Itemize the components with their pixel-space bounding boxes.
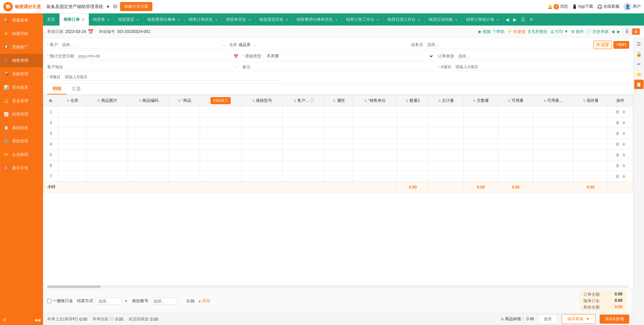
tab-sales-workbench[interactable]: 销售订单工作台 ✕ [342,13,383,26]
address-more-icon[interactable]: ··· [235,65,238,70]
row-main-unit-2[interactable] [429,117,463,128]
row-stock-4[interactable] [573,139,608,150]
sidebar-item-sales[interactable]: 🛒 销售管理 [0,54,43,67]
scrollbar-track[interactable] [47,285,629,288]
col-product-image[interactable]: ⇅ 商品图片 [87,95,128,107]
row-product-4[interactable] [169,139,200,150]
tab-sales-invoice[interactable]: 销货单 ✕ [89,13,114,26]
nav-prev-btn[interactable]: ◀ [611,29,614,34]
tab-summary[interactable]: 汇总 [67,84,86,94]
row-attribute-7[interactable] [325,171,353,182]
product-count-icon[interactable]: ⊙ [501,317,504,321]
sidebar-item-inventory[interactable]: 📊 库存核算 [0,81,43,94]
row-available2-4[interactable] [533,139,573,150]
row-available2-6[interactable] [533,160,573,171]
payment-dropdown-icon[interactable]: ▼ [124,299,128,303]
gear-icon[interactable]: ⚙ [113,3,117,10]
calendar-icon[interactable]: 📅 [88,29,93,34]
row-available-7[interactable] [498,171,533,182]
right-btn-barcode[interactable]: 📋 [634,80,644,89]
row-available2-3[interactable] [533,128,573,139]
col-available2[interactable]: ⇅ 可用量... [533,95,573,107]
row-main-qty-6[interactable] [463,160,498,171]
row-available-3[interactable] [498,128,533,139]
history-btn[interactable]: 📄 历史单据 [586,29,609,35]
row-attribute-5[interactable] [325,150,353,160]
row-spec-7[interactable] [241,171,283,182]
row-available2-1[interactable] [533,107,573,117]
sidebar-item-purchase[interactable]: 📦 采购管理 [0,67,43,81]
tab-close-sales-return-history[interactable]: ✕ [286,18,288,22]
tab-close-sales-order-history[interactable]: ✕ [215,18,218,22]
row-attribute-6[interactable] [325,160,353,171]
shortcut-btn[interactable]: ⚡ 快捷键 [507,29,525,35]
row-delete-icon-7[interactable]: 🗑 [616,174,620,179]
scan-btn[interactable]: 扫码录入 [211,97,231,104]
row-stock-5[interactable] [573,150,608,160]
tab-close-sales-stats[interactable]: ✕ [496,18,499,22]
row-attribute-2[interactable] [325,117,353,128]
tab-sales-stats[interactable]: 销售订单统计表 ✕ [462,13,503,26]
row-main-unit-7[interactable] [429,171,463,182]
row-sales-unit-4[interactable] [353,139,397,150]
save-draft-button[interactable]: 保存草稿 ▼ [562,314,596,324]
row-spec-4[interactable] [241,139,283,150]
tab-close-sales-fee[interactable]: ✕ [178,18,180,22]
row-attribute-1[interactable] [325,107,353,117]
row-qty2-4[interactable] [397,139,429,150]
tab-close-sales-workbench[interactable]: ✕ [376,18,379,22]
tab-sales-fee[interactable]: 销售费用分摊单 ✕ [143,13,185,26]
sidebar-item-operation[interactable]: 📈 经营管理 [0,108,43,121]
b-project-input[interactable] [62,74,280,81]
preview-btn[interactable]: ▶ 视频 [479,29,491,35]
row-customer-spec-2[interactable] [283,117,325,128]
row-sales-unit-1[interactable] [353,107,397,117]
row-product-code-1[interactable] [128,107,169,117]
profit-btn[interactable]: $ 毛利预告 [528,29,547,35]
view-grid-icon[interactable]: ⊞ [632,28,640,35]
row-spec-6[interactable] [241,160,283,171]
row-main-qty-2[interactable] [463,117,498,128]
right-btn-list[interactable]: ☰ [634,39,644,49]
tab-close-sales-fee-history[interactable]: ✕ [335,18,338,22]
tab-sales-fee-history[interactable]: 销售费用分摊单历史 ✕ [293,13,342,26]
order-source-input[interactable] [455,53,629,60]
row-main-qty-3[interactable] [463,128,498,139]
row-available2-2[interactable] [533,117,573,128]
row-customer-spec-7[interactable] [283,171,325,182]
sidebar-item-system[interactable]: ⚙️ 系统管理 [0,134,43,148]
row-copy-icon-3[interactable]: ⊕ [622,131,626,136]
row-copy-icon-6[interactable]: ⊕ [622,163,626,168]
view-list-icon[interactable]: ☰ [623,28,631,35]
scrollbar-thumb[interactable] [47,285,101,288]
row-delete-icon-5[interactable]: 🗑 [616,153,620,157]
row-customer-spec-4[interactable] [283,139,325,150]
col-settings[interactable]: ⚙ [43,95,59,107]
account-more-icon[interactable]: ··· [179,299,183,303]
row-product-code-5[interactable] [128,150,169,160]
row-warehouse-1[interactable] [58,107,86,117]
col-product[interactable]: ⇅ *商品 [169,95,200,107]
row-available2-7[interactable] [533,171,573,182]
sidebar-item-quick-nav[interactable]: ⚡ 快捷导航 [0,27,43,40]
print-btn[interactable]: 🖨 打印 ▼ [550,29,568,35]
sidebar-item-search[interactable]: 🔍 搜索菜单 [0,13,43,27]
row-qty2-3[interactable] [397,128,429,139]
row-copy-icon-1[interactable]: ⊕ [622,110,626,114]
add-material-btn[interactable]: +物料 [613,41,629,49]
tab-sales-return[interactable]: 销货退货 ✕ [114,13,143,26]
sidebar-collapse-icon[interactable]: ◀◀ [34,318,40,322]
row-sales-unit-3[interactable] [353,128,397,139]
col-sales-unit[interactable]: ⇅ *销售单位 [353,95,397,107]
row-product-2[interactable] [169,117,200,128]
row-product-5[interactable] [169,150,200,160]
save-new-button[interactable]: 保存&新增 [600,315,629,324]
nav-next-btn[interactable]: ▶ [617,29,620,34]
row-qty2-7[interactable] [397,171,429,182]
col-product-code[interactable]: ⇅ 商品编码 [128,95,169,107]
row-product-6[interactable] [169,160,200,171]
tab-close-sales-invoice[interactable]: ✕ [107,18,110,22]
row-attribute-4[interactable] [325,139,353,150]
row-sales-unit-7[interactable] [353,171,397,182]
row-main-unit-3[interactable] [429,128,463,139]
